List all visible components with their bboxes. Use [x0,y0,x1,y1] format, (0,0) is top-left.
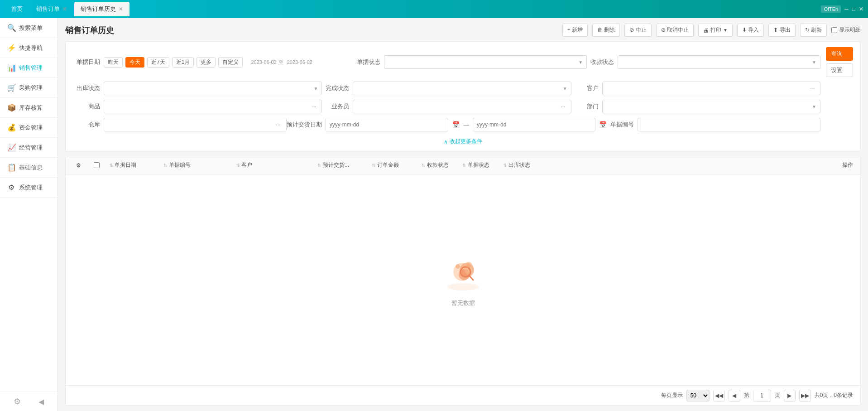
out-status-select[interactable]: ▼ [104,82,322,95]
tab-sales-order-close[interactable]: ✕ [62,6,67,12]
minimize-btn[interactable]: ─ [844,6,849,12]
col-settings[interactable]: ⚙ [69,162,87,169]
col-delivery-sort[interactable]: ⇅ [317,163,321,168]
sidebar-item-system[interactable]: ⚙ 系统管理 [0,178,58,198]
col-receipt-status: ⇅ 收款状态 [418,161,459,169]
sidebar-item-search-menu[interactable]: 🔍 搜索菜单 [0,18,58,38]
sidebar-item-operations-label: 经营管理 [19,144,43,152]
stop-button[interactable]: ⊘ 中止 [624,24,651,37]
col-receipt-status-sort[interactable]: ⇅ [422,163,425,168]
tab-sales-order-history[interactable]: 销售订单历史 ✕ [74,2,129,16]
customer-select[interactable]: ··· [602,82,820,95]
sidebar-item-quick-nav-label: 快捷导航 [19,44,43,52]
col-order-no-sort[interactable]: ⇅ [163,163,167,168]
date-from-value: 2023-06-02 [251,59,276,65]
col-operation: 操作 [540,161,857,169]
last-page-btn[interactable]: ▶▶ [799,390,811,401]
sidebar-item-finance[interactable]: 💰 资金管理 [0,118,58,138]
col-date-sort[interactable]: ⇅ [109,163,113,168]
col-customer-label: 客户 [241,161,252,169]
filter-bill-status: 单据状态 ▼ [353,55,587,69]
goods-select[interactable]: ··· [104,100,322,113]
sidebar-collapse-icon[interactable]: ◀ [38,397,44,406]
close-btn[interactable]: ✕ [859,6,863,12]
receipt-status-select[interactable]: ▼ [618,55,820,69]
inventory-icon: 📦 [7,103,15,112]
sidebar-item-basic-info[interactable]: 📋 基础信息 [0,158,58,178]
next-page-btn[interactable]: ▶ [784,390,796,401]
print-icon: 🖨 [703,27,709,34]
restore-btn[interactable]: □ [852,6,855,12]
date-7days-btn[interactable]: 近7天 [147,57,169,68]
col-checkbox[interactable] [87,162,106,168]
sidebar-item-inventory[interactable]: 📦 库存核算 [0,98,58,118]
date-separator: 至 [278,59,283,66]
page-content: 销售订单历史 + 新增 🗑 删除 ⊘ 中止 ⊘ 取消中止 🖨 打印 ▼ ⬇ 导入… [58,18,868,411]
goods-label: 商品 [73,102,100,111]
table-area: ⚙ ⇅ 单据日期 ⇅ 单据编号 ⇅ 客户 [65,156,861,406]
top-bar-right: OfTEn ─ □ ✕ [821,5,863,13]
salesperson-select[interactable]: ··· [353,100,571,113]
warehouse-dots[interactable]: ··· [274,121,283,128]
date-yesterday-btn[interactable]: 昨天 [104,57,123,68]
date-more-btn[interactable]: 更多 [197,57,216,68]
sidebar-item-quick-nav[interactable]: ⚡ 快捷导航 [0,38,58,58]
salesperson-dots[interactable]: ··· [559,103,567,110]
customer-dots[interactable]: ··· [808,85,816,92]
tab-sales-order[interactable]: 销售订单 ✕ [30,2,73,16]
calendar-icon-to[interactable]: 📅 [599,121,607,128]
display-cols-toggle[interactable]: 显示明细 [831,26,861,34]
bill-status-select[interactable]: ▼ [384,55,587,69]
prev-page-btn[interactable]: ◀ [729,390,740,401]
settings-button[interactable]: 设置 [826,63,853,77]
order-no-input[interactable] [638,118,820,131]
tab-home[interactable]: 首页 [5,2,29,16]
out-status-label: 出库状态 [73,84,100,92]
collapse-row[interactable]: ∧ 收起更多条件 [73,136,853,145]
display-cols-checkbox[interactable] [831,27,837,33]
date-1month-btn[interactable]: 近1月 [172,57,194,68]
refresh-button[interactable]: ↻ 刷新 [800,24,827,37]
tab-sales-order-history-close[interactable]: ✕ [119,6,123,12]
cancel-stop-button[interactable]: ⊘ 取消中止 [656,24,694,37]
filter-area: 单据日期 昨天 今天 近7天 近1月 更多 自定义 2023-06-02 至 [65,41,861,151]
col-amount-sort[interactable]: ⇅ [372,163,375,168]
delete-button[interactable]: 🗑 删除 [592,24,620,37]
sidebar-item-sales-mgmt[interactable]: 📊 销售管理 [0,58,58,78]
col-out-status-sort[interactable]: ⇅ [503,163,507,168]
dept-select[interactable]: ▼ [602,100,820,113]
page-number-input[interactable] [753,390,771,401]
goods-dots[interactable]: ··· [310,103,318,110]
warehouse-select[interactable]: ··· [104,118,287,131]
sidebar-item-operations[interactable]: 📈 经营管理 [0,138,58,158]
first-page-btn[interactable]: ◀◀ [713,390,725,401]
delivery-date-to[interactable] [473,118,595,131]
col-bill-status-sort[interactable]: ⇅ [462,163,466,168]
date-today-btn[interactable]: 今天 [125,57,144,68]
query-button[interactable]: 查询 [826,47,853,61]
new-button[interactable]: + 新增 [562,24,588,37]
tab-sales-order-label: 销售订单 [36,5,60,13]
complete-status-select[interactable]: ▼ [353,82,571,95]
tab-sales-order-history-label: 销售订单历史 [81,5,116,13]
date-custom-btn[interactable]: 自定义 [218,57,243,68]
import-button[interactable]: ⬇ 导入 [737,24,764,37]
calendar-icon-from[interactable]: 📅 [452,121,460,128]
col-out-status-label: 出库状态 [508,161,530,169]
search-menu-icon: 🔍 [7,24,15,32]
select-all-checkbox[interactable] [94,162,100,168]
export-button[interactable]: ⬆ 导出 [768,24,795,37]
sidebar-item-purchase-mgmt[interactable]: 🛒 采购管理 [0,78,58,98]
filter-customer: 客户 ··· [571,82,820,95]
sidebar-item-basic-info-label: 基础信息 [19,164,43,172]
filter-row-2: 出库状态 ▼ 完成状态 ▼ 客户 [73,82,853,95]
print-button[interactable]: 🖨 打印 ▼ [698,24,733,37]
bill-status-chevron: ▼ [578,60,583,65]
delivery-date-from[interactable] [326,118,448,131]
per-page-select[interactable]: 10 20 50 100 [686,390,710,401]
sidebar-settings-icon[interactable]: ⚙ [14,396,21,406]
page-label: 第 [744,392,749,399]
table-header: ⚙ ⇅ 单据日期 ⇅ 单据编号 ⇅ 客户 [66,156,860,174]
warehouse-label: 仓库 [73,121,100,129]
col-customer-sort[interactable]: ⇅ [236,163,240,168]
